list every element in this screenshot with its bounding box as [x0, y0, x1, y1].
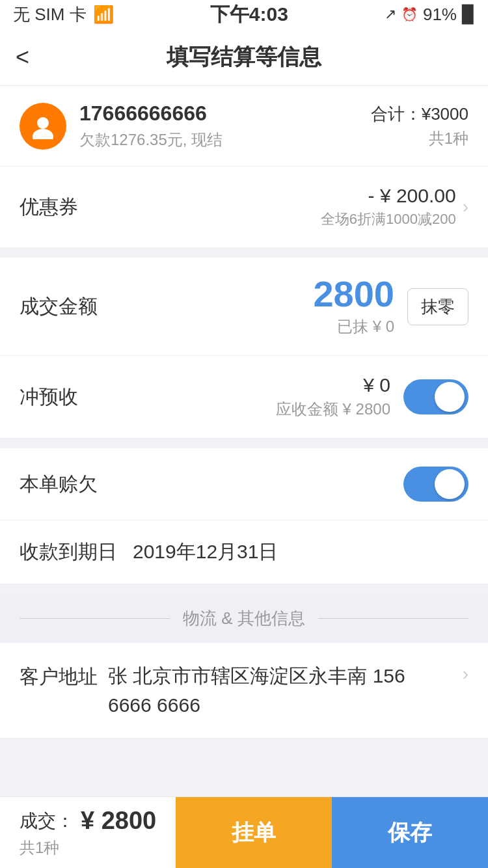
- address-section[interactable]: 客户地址 张 北京市市辖区海淀区永丰南 156 6666 6666 ›: [0, 643, 488, 738]
- deal-section: 成交金额 2800 已抹 ¥ 0 抹零: [0, 258, 488, 355]
- bottom-bar: 成交： ¥ 2800 共1种 挂单 保存: [0, 796, 488, 868]
- logistics-label: 物流 & 其他信息: [183, 607, 305, 630]
- logistics-line-left: [20, 618, 170, 619]
- deal-row: 成交金额 2800 已抹 ¥ 0 抹零: [20, 276, 468, 337]
- save-button[interactable]: 保存: [332, 797, 488, 868]
- avatar-icon: [30, 113, 56, 139]
- debt-toggle[interactable]: [403, 467, 468, 502]
- bottom-deal-label: 成交：: [20, 809, 74, 834]
- page-header: < 填写结算等信息: [0, 29, 488, 86]
- pre-amount: ¥ 0: [276, 374, 390, 396]
- pre-collection-section: 冲预收 ¥ 0 应收金额 ¥ 2800: [0, 355, 488, 438]
- pre-collection-row: 冲预收 ¥ 0 应收金额 ¥ 2800: [20, 374, 468, 420]
- debt-section: 本单赊欠: [0, 448, 488, 520]
- coupon-desc: 全场6折满1000减200: [321, 210, 456, 229]
- debt-label: 本单赊欠: [20, 471, 98, 498]
- customer-section: 17666666666 欠款1276.35元, 现结 合计：¥3000 共1种: [0, 86, 488, 166]
- alarm-icon: ⏰: [401, 7, 418, 22]
- debt-row: 本单赊欠: [20, 467, 468, 502]
- pre-collection-label: 冲预收: [20, 384, 78, 411]
- main-content: 17666666666 欠款1276.35元, 现结 合计：¥3000 共1种 …: [0, 86, 488, 868]
- section-divider-3: [0, 584, 488, 594]
- status-bar: 无 SIM 卡 📶 下午4:03 ↗ ⏰ 91% ▉: [0, 0, 488, 29]
- round-button[interactable]: 抹零: [407, 288, 468, 325]
- logistics-line-right: [318, 618, 468, 619]
- battery-icon: ▉: [462, 5, 475, 25]
- due-date-label: 收款到期日: [20, 539, 117, 565]
- customer-phone: 17666666666: [79, 102, 223, 126]
- logistics-section: 物流 & 其他信息: [0, 594, 488, 643]
- battery-label: 91%: [423, 5, 457, 25]
- customer-right: 合计：¥3000 共1种: [371, 103, 468, 149]
- coupon-right: - ¥ 200.00 全场6折满1000减200 ›: [321, 185, 468, 229]
- coupon-text-wrap: - ¥ 200.00 全场6折满1000减200: [321, 185, 456, 229]
- location-icon: ↗: [385, 6, 396, 23]
- coupon-label: 优惠券: [20, 194, 78, 221]
- customer-left: 17666666666 欠款1276.35元, 现结: [20, 102, 223, 150]
- bottom-deal-amount: ¥ 2800: [81, 807, 156, 835]
- bottom-summary: 成交： ¥ 2800 共1种: [0, 807, 176, 858]
- total-count: 共1种: [371, 128, 468, 149]
- chevron-right-icon: ›: [463, 197, 468, 217]
- bottom-deal: 成交： ¥ 2800: [20, 807, 156, 835]
- toggle-knob: [435, 382, 465, 412]
- deal-amount: 2800: [313, 276, 394, 312]
- address-chevron-icon: ›: [463, 661, 468, 685]
- address-label: 客户地址: [20, 661, 98, 690]
- svg-point-1: [33, 129, 53, 139]
- pre-collection-toggle[interactable]: [403, 379, 468, 414]
- wifi-icon: 📶: [93, 5, 114, 25]
- coupon-section[interactable]: 优惠券 - ¥ 200.00 全场6折满1000减200 ›: [0, 166, 488, 247]
- status-left: 无 SIM 卡 📶: [13, 3, 114, 26]
- deal-right: 2800 已抹 ¥ 0 抹零: [313, 276, 468, 337]
- due-date-row: 收款到期日 2019年12月31日: [20, 539, 468, 565]
- hang-button[interactable]: 挂单: [176, 797, 332, 868]
- customer-debt: 欠款1276.35元, 现结: [79, 129, 223, 150]
- bottom-count: 共1种: [20, 837, 156, 858]
- back-button[interactable]: <: [16, 44, 29, 71]
- bottom-buttons: 挂单 保存: [176, 797, 488, 868]
- due-date-value: 2019年12月31日: [133, 539, 278, 565]
- time-display: 下午4:03: [210, 1, 288, 28]
- deal-wiped: 已抹 ¥ 0: [313, 316, 394, 337]
- page-title: 填写结算等信息: [167, 42, 321, 72]
- avatar: [20, 103, 66, 150]
- status-right: ↗ ⏰ 91% ▉: [385, 5, 475, 25]
- due-date-section: 收款到期日 2019年12月31日: [0, 520, 488, 584]
- coupon-amount: - ¥ 200.00: [321, 185, 456, 207]
- deal-label: 成交金额: [20, 293, 98, 320]
- section-divider-2: [0, 438, 488, 448]
- address-content: 张 北京市市辖区海淀区永丰南 156 6666 6666: [108, 661, 452, 720]
- pre-amount-wrap: ¥ 0 应收金额 ¥ 2800: [276, 374, 390, 420]
- deal-amount-wrap: 2800 已抹 ¥ 0: [313, 276, 394, 337]
- section-divider-1: [0, 247, 488, 258]
- customer-info: 17666666666 欠款1276.35元, 现结: [79, 102, 223, 150]
- total-label: 合计：¥3000: [371, 103, 468, 126]
- pre-receivable: 应收金额 ¥ 2800: [276, 399, 390, 420]
- svg-point-0: [37, 117, 49, 129]
- pre-collection-right: ¥ 0 应收金额 ¥ 2800: [276, 374, 468, 420]
- carrier-label: 无 SIM 卡: [13, 3, 87, 26]
- debt-toggle-knob: [435, 469, 465, 499]
